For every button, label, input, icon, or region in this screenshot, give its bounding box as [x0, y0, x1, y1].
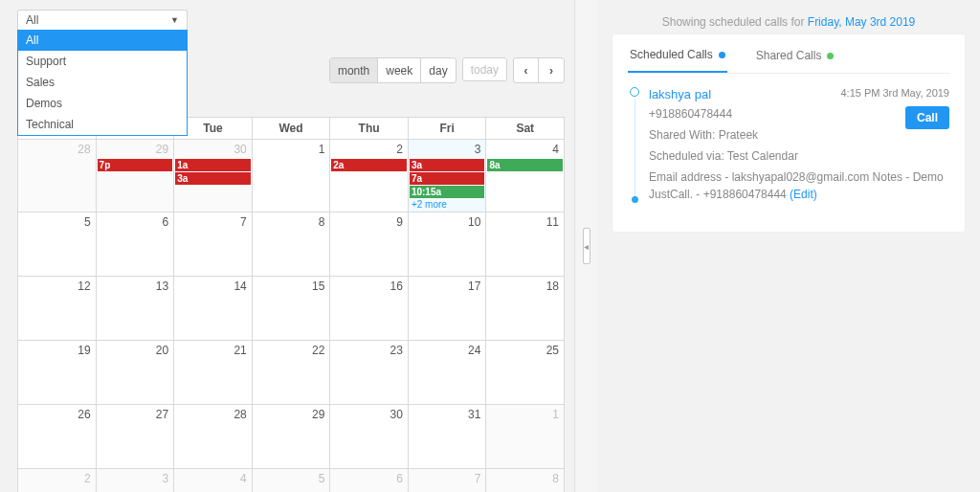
- cell-date: 14: [175, 278, 251, 295]
- view-day-button[interactable]: day: [421, 58, 455, 82]
- cell-date: 17: [410, 278, 485, 295]
- calendar-event[interactable]: 7p: [98, 159, 173, 171]
- tab-scheduled-calls[interactable]: Scheduled Calls: [628, 48, 727, 73]
- cell-date: 2: [19, 470, 95, 487]
- filter-option[interactable]: All: [18, 30, 187, 51]
- cell-date: 5: [254, 470, 329, 487]
- calendar-cell[interactable]: 297p: [97, 140, 175, 212]
- calendar-cell[interactable]: 19: [18, 341, 97, 404]
- view-week-button[interactable]: week: [378, 58, 421, 82]
- calendar-cell[interactable]: 3: [97, 469, 175, 492]
- calendar-event[interactable]: 1a: [175, 159, 251, 171]
- cell-date: 1: [254, 141, 329, 158]
- calendar-cell[interactable]: 2: [18, 469, 97, 492]
- cell-date: 29: [98, 141, 173, 158]
- cell-date: 8: [487, 470, 563, 487]
- sidebar-heading: Showing scheduled calls for Friday, May …: [612, 11, 965, 34]
- cell-date: 13: [98, 278, 173, 295]
- calendar-cell[interactable]: 12: [18, 277, 97, 340]
- cell-date: 21: [175, 342, 251, 359]
- calendar-cell[interactable]: 26: [18, 405, 97, 468]
- calendar-cell[interactable]: 1: [253, 140, 331, 212]
- cell-date: 31: [410, 406, 485, 423]
- cell-date: 4: [175, 470, 251, 487]
- calendar-event[interactable]: 2a: [331, 159, 407, 171]
- prev-button[interactable]: ‹: [514, 58, 539, 82]
- chevron-left-icon: ◂: [584, 241, 589, 252]
- calendar-cell[interactable]: 22a: [330, 140, 409, 212]
- cell-date: 6: [98, 213, 173, 231]
- calendar-cell[interactable]: 29: [253, 405, 331, 468]
- calendar-cell[interactable]: 24: [409, 341, 487, 404]
- cell-date: 26: [19, 406, 95, 423]
- calendar-cell[interactable]: 28: [18, 140, 97, 212]
- calendar-cell[interactable]: 7: [174, 212, 253, 276]
- more-events-link[interactable]: +2 more: [410, 198, 485, 211]
- calendar-cell[interactable]: 20: [97, 341, 175, 404]
- calendar-cell[interactable]: 8: [486, 469, 564, 492]
- calendar-cell[interactable]: 13: [97, 277, 175, 340]
- calendar-cell[interactable]: 8: [253, 212, 331, 276]
- cell-date: 1: [487, 406, 563, 423]
- calendar-cell[interactable]: 18: [486, 277, 564, 340]
- calendar-cell[interactable]: 16: [330, 277, 409, 340]
- resize-handle[interactable]: ◂: [574, 0, 597, 492]
- filter-option[interactable]: Technical: [18, 114, 187, 135]
- view-month-button[interactable]: month: [330, 58, 378, 82]
- calendar-event[interactable]: 3a: [175, 172, 251, 185]
- cell-date: 20: [98, 342, 173, 359]
- calendar-cell[interactable]: 25: [486, 341, 564, 404]
- calendar-cell[interactable]: 15: [253, 277, 331, 340]
- cell-date: 8: [254, 213, 329, 231]
- calendar-cell[interactable]: 301a3a: [174, 140, 253, 212]
- today-button[interactable]: today: [462, 57, 507, 81]
- calendar-cell[interactable]: 7: [409, 469, 487, 492]
- calendar-event[interactable]: 3a: [410, 159, 485, 171]
- cell-date: 7: [410, 470, 485, 487]
- call-button[interactable]: Call: [905, 106, 949, 129]
- calendar-cell[interactable]: 14: [174, 277, 253, 340]
- filter-selected-label: All: [26, 11, 38, 30]
- calendar-event[interactable]: 10:15a: [410, 186, 485, 198]
- cell-date: 16: [331, 278, 407, 295]
- calendar-cell[interactable]: 5: [18, 212, 97, 276]
- cell-date: 19: [19, 342, 95, 359]
- calendar-cell[interactable]: 23: [330, 341, 409, 404]
- calendar-event[interactable]: 8a: [487, 159, 563, 171]
- calendar-cell[interactable]: 9: [330, 212, 409, 276]
- filter-dropdown[interactable]: All ▼ AllSupportSalesDemosTechnical: [17, 10, 188, 31]
- calendar-cell[interactable]: 31: [409, 405, 487, 468]
- calendar-cell[interactable]: 30: [330, 405, 409, 468]
- filter-option[interactable]: Support: [18, 51, 187, 72]
- calendar-cell[interactable]: 48a: [486, 140, 564, 212]
- calendar-cell[interactable]: 22: [253, 341, 331, 404]
- calendar-cell[interactable]: 33a7a10:15a+2 more: [409, 140, 487, 212]
- calendar-cell[interactable]: 4: [174, 469, 253, 492]
- dot-icon: [827, 53, 834, 59]
- day-header: Wed: [253, 118, 331, 139]
- edit-link[interactable]: (Edit): [790, 188, 817, 201]
- calendar-event[interactable]: 7a: [410, 172, 485, 185]
- tab-shared-calls[interactable]: Shared Calls: [754, 48, 836, 73]
- calendar-cell[interactable]: 27: [97, 405, 175, 468]
- entry-details: Email address - lakshyapal028@gmail.com …: [649, 168, 949, 203]
- cell-date: 18: [487, 278, 563, 295]
- next-button[interactable]: ›: [539, 58, 564, 82]
- calendar-cell[interactable]: 1: [486, 405, 564, 468]
- calendar-cell[interactable]: 5: [253, 469, 331, 492]
- filter-option[interactable]: Sales: [18, 72, 187, 93]
- cell-date: 10: [410, 213, 485, 231]
- calendar-cell[interactable]: 17: [409, 277, 487, 340]
- calendar-cell[interactable]: 11: [486, 212, 564, 276]
- cell-date: 23: [331, 342, 407, 359]
- calendar-cell[interactable]: 21: [174, 341, 253, 404]
- filter-option[interactable]: Demos: [18, 93, 187, 114]
- cell-date: 2: [331, 141, 407, 158]
- calendar-cell[interactable]: 6: [330, 469, 409, 492]
- cell-date: 22: [254, 342, 329, 359]
- cell-date: 6: [331, 470, 407, 487]
- calendar-cell[interactable]: 6: [97, 212, 175, 276]
- cell-date: 12: [19, 278, 95, 295]
- calendar-cell[interactable]: 10: [409, 212, 487, 276]
- calendar-cell[interactable]: 28: [174, 405, 253, 468]
